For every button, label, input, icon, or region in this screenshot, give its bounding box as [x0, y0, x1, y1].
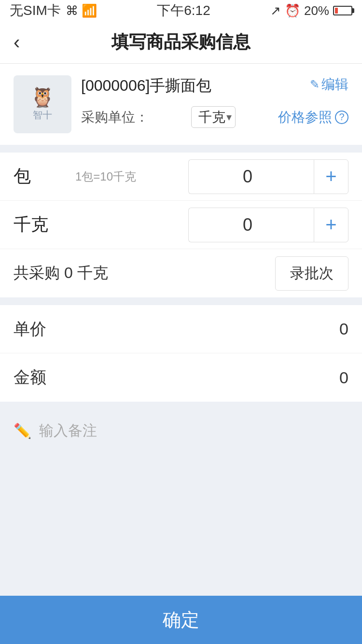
- amount-label: 金额: [14, 366, 46, 389]
- edit-icon: ✎: [310, 78, 320, 91]
- battery-text: 20%: [304, 3, 329, 18]
- page-title: 填写商品采购信息: [111, 30, 251, 54]
- edit-label: 编辑: [321, 75, 348, 94]
- product-info: [0000006]手撕面包 ✎ 编辑 采购单位： 千克 价格参照 ?: [81, 75, 348, 128]
- wifi-icon: ⌘️ 📶: [66, 3, 97, 18]
- unit-label: 采购单位：: [81, 108, 149, 126]
- note-section[interactable]: ✏️ 输入备注: [0, 402, 362, 460]
- kg-quantity-input[interactable]: [188, 208, 314, 242]
- location-icon: ↗: [270, 3, 281, 18]
- carrier-text: 无SIM卡: [10, 1, 61, 20]
- info-icon: ?: [335, 111, 348, 124]
- status-left: 无SIM卡 ⌘️ 📶: [10, 1, 97, 20]
- bao-label: 包: [14, 165, 71, 188]
- amount-row: 金额 0: [0, 353, 362, 402]
- confirm-button[interactable]: 确定: [0, 596, 362, 644]
- kg-label: 千克: [14, 213, 71, 237]
- product-title-row: [0000006]手撕面包 ✎ 编辑: [81, 75, 348, 97]
- empty-space: [0, 460, 362, 604]
- product-card: 🦉 智十 [0000006]手撕面包 ✎ 编辑 采购单位： 千克: [0, 64, 362, 145]
- amount-value: 0: [339, 368, 348, 387]
- kg-input-group: +: [188, 208, 348, 242]
- form-section: 包 1包=10千克 + 千克 +: [0, 153, 362, 249]
- separator-1: [0, 145, 362, 153]
- status-bar: 无SIM卡 ⌘️ 📶 下午6:12 ↗ ⏰ 20%: [0, 0, 362, 21]
- status-time: 下午6:12: [157, 1, 210, 20]
- bao-row: 包 1包=10千克 +: [0, 153, 362, 201]
- price-ref-label: 价格参照: [278, 108, 332, 126]
- bao-input-group: +: [188, 159, 348, 194]
- unit-select[interactable]: 千克: [191, 106, 236, 128]
- product-logo-icon: 🦉: [30, 87, 55, 107]
- alarm-icon: ⏰: [285, 3, 300, 18]
- battery-indicator: [333, 6, 352, 15]
- unit-price-row: 单价 0: [0, 305, 362, 353]
- product-id: [0000006]: [81, 77, 150, 94]
- price-reference-button[interactable]: 价格参照 ?: [278, 108, 348, 126]
- unit-price-label: 单价: [14, 318, 46, 340]
- edit-button[interactable]: ✎ 编辑: [310, 75, 348, 94]
- kg-plus-button[interactable]: +: [314, 208, 348, 242]
- bao-quantity-input[interactable]: [188, 159, 314, 194]
- separator-2: [0, 297, 362, 305]
- record-batch-button[interactable]: 录批次: [275, 256, 348, 291]
- unit-price-value: 0: [339, 320, 348, 338]
- price-section: 单价 0 金额 0: [0, 305, 362, 402]
- bao-sublabel: 1包=10千克: [75, 169, 136, 184]
- status-right: ↗ ⏰ 20%: [270, 3, 352, 18]
- total-row: 共采购 0 千克 录批次: [0, 249, 362, 297]
- product-logo-text: 智十: [30, 109, 55, 122]
- product-name: [0000006]手撕面包: [81, 75, 310, 97]
- back-button[interactable]: ‹: [14, 31, 20, 53]
- unit-select-wrapper[interactable]: 千克: [191, 106, 236, 128]
- nav-bar: ‹ 填写商品采购信息: [0, 21, 362, 64]
- pencil-icon: ✏️: [14, 422, 31, 439]
- bao-plus-button[interactable]: +: [314, 159, 348, 194]
- product-thumbnail: 🦉 智十: [14, 75, 71, 133]
- kg-row: 千克 +: [0, 201, 362, 249]
- note-placeholder: 输入备注: [39, 421, 97, 441]
- total-text: 共采购 0 千克: [14, 263, 108, 284]
- unit-row: 采购单位： 千克 价格参照 ?: [81, 106, 348, 128]
